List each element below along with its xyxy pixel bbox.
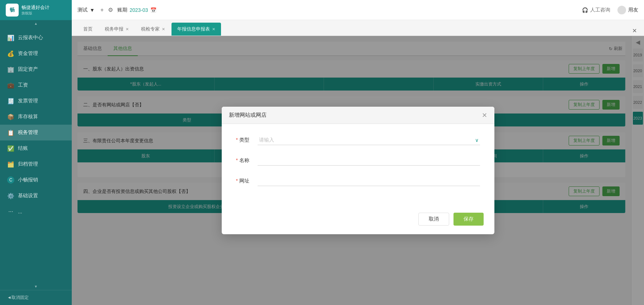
tax-icon: 📋 xyxy=(7,129,14,136)
sidebar-item-accounting[interactable]: ✅ 结账 xyxy=(0,140,72,156)
sidebar-item-settings[interactable]: ⚙️ 基础设置 xyxy=(0,188,72,204)
sidebar-collapse-button[interactable]: ◄取消固定 xyxy=(0,290,72,305)
sidebar-item-payroll[interactable]: 💼 工资 xyxy=(0,77,72,93)
tab-annual-report[interactable]: 年报信息申报表 ✕ xyxy=(171,23,221,36)
tab-close-all[interactable]: ✕ xyxy=(631,26,638,36)
page-content: 基础信息 其他信息 ↻ 刷新 一、股东（发起人）出资信息 复制上年度 新增 xyxy=(72,36,644,305)
type-input-wrapper: ∨ xyxy=(258,135,480,145)
add-button[interactable]: + xyxy=(100,7,104,13)
topbar-right: 🎧 人工咨询 用友 xyxy=(582,6,638,14)
url-input-wrapper xyxy=(258,176,480,186)
headset-icon: 🎧 xyxy=(582,7,588,13)
modal-title: 新增网站或网店 xyxy=(229,112,267,119)
tab-close-tax-report[interactable]: ✕ xyxy=(126,27,129,32)
tab-home[interactable]: 首页 xyxy=(77,23,98,36)
sidebar-item-tax[interactable]: 📋 税务管理 xyxy=(0,125,72,140)
accounting-icon: ✅ xyxy=(7,145,14,152)
sidebar-item-fund-mgmt[interactable]: 💰 资金管理 xyxy=(0,46,72,61)
name-label: * 名称 xyxy=(236,157,258,164)
company-dropdown-icon: ▼ xyxy=(90,7,95,13)
cancel-button[interactable]: 取消 xyxy=(418,213,449,226)
topbar: 测试 ▼ + ⚙ 账期 2023-03 📅 🎧 人工咨询 用友 xyxy=(72,0,644,20)
form-field-name: * 名称 xyxy=(236,155,480,166)
url-label: * 网址 xyxy=(236,178,258,184)
name-input-wrapper xyxy=(258,155,480,166)
user-menu[interactable]: 用友 xyxy=(617,6,638,14)
modal-footer: 取消 保存 xyxy=(222,207,494,234)
sidebar-item-xiaochang[interactable]: C 小畅报销 xyxy=(0,172,72,188)
modal-overlay: 新增网站或网店 ✕ * 类型 ∨ xyxy=(72,36,644,305)
invoice-icon: 🧾 xyxy=(7,97,14,105)
logo-text: 畅捷通好会计 旗舰版 xyxy=(22,4,50,16)
sidebar-nav: 📊 云报表中心 💰 资金管理 🏢 固定资产 💼 工资 🧾 发票管理 📦 库存核算… xyxy=(0,27,72,283)
settings-icon: ⚙️ xyxy=(7,192,14,199)
tab-close-annual-report[interactable]: ✕ xyxy=(212,27,215,32)
cloud-report-icon: 📊 xyxy=(7,34,14,41)
sidebar-item-more[interactable]: ··· ... xyxy=(0,204,72,219)
type-dropdown-arrow[interactable]: ∨ xyxy=(475,137,479,143)
sidebar-item-archive[interactable]: 🗂️ 归档管理 xyxy=(0,156,72,172)
sidebar-item-invoice[interactable]: 🧾 发票管理 xyxy=(0,93,72,109)
sidebar-scroll-down[interactable]: ▼ xyxy=(0,283,72,290)
fixed-asset-icon: 🏢 xyxy=(7,66,14,73)
settings-gear-button[interactable]: ⚙ xyxy=(108,6,113,13)
tab-tax-report[interactable]: 税务申报 ✕ xyxy=(99,23,135,36)
sidebar-item-inventory[interactable]: 📦 库存核算 xyxy=(0,109,72,125)
type-input[interactable] xyxy=(258,135,480,145)
sidebar-item-fixed-asset[interactable]: 🏢 固定资产 xyxy=(0,61,72,77)
logo-icon: 畅 xyxy=(6,4,19,17)
company-selector[interactable]: 测试 ▼ xyxy=(77,7,95,13)
sidebar-scroll-up[interactable]: ▲ xyxy=(0,20,72,27)
period-display: 账期 2023-03 📅 xyxy=(117,7,156,13)
main-area: 测试 ▼ + ⚙ 账期 2023-03 📅 🎧 人工咨询 用友 首页 xyxy=(72,0,644,305)
save-button[interactable]: 保存 xyxy=(453,213,484,226)
archive-icon: 🗂️ xyxy=(7,161,14,168)
xiaochang-icon: C xyxy=(7,176,14,184)
help-button[interactable]: 🎧 人工咨询 xyxy=(582,7,610,13)
modal-close-button[interactable]: ✕ xyxy=(482,112,487,119)
topbar-actions: + ⚙ xyxy=(100,6,113,13)
sidebar: 畅 畅捷通好会计 旗舰版 ▲ 📊 云报表中心 💰 资金管理 🏢 固定资产 💼 工… xyxy=(0,0,72,305)
sidebar-item-cloud-report[interactable]: 📊 云报表中心 xyxy=(0,30,72,46)
form-field-type: * 类型 ∨ xyxy=(236,135,480,145)
type-label: * 类型 xyxy=(236,137,258,143)
form-field-url: * 网址 xyxy=(236,176,480,186)
modal-body: * 类型 ∨ * 名称 xyxy=(222,124,494,207)
sidebar-logo: 畅 畅捷通好会计 旗舰版 xyxy=(0,0,72,20)
name-input[interactable] xyxy=(258,155,480,166)
more-icon: ··· xyxy=(7,208,14,215)
calendar-icon[interactable]: 📅 xyxy=(150,7,156,13)
fund-icon: 💰 xyxy=(7,50,14,57)
url-input[interactable] xyxy=(258,176,480,186)
tabbar: 首页 税务申报 ✕ 税检专家 ✕ 年报信息申报表 ✕ ✕ xyxy=(72,20,644,36)
inventory-icon: 📦 xyxy=(7,113,14,120)
payroll-icon: 💼 xyxy=(7,82,14,89)
tab-close-tax-expert[interactable]: ✕ xyxy=(162,27,165,32)
tab-tax-expert[interactable]: 税检专家 ✕ xyxy=(135,23,171,36)
modal-header: 新增网站或网店 ✕ xyxy=(222,107,494,124)
modal-add-website: 新增网站或网店 ✕ * 类型 ∨ xyxy=(222,107,494,234)
user-avatar-icon xyxy=(617,6,626,14)
